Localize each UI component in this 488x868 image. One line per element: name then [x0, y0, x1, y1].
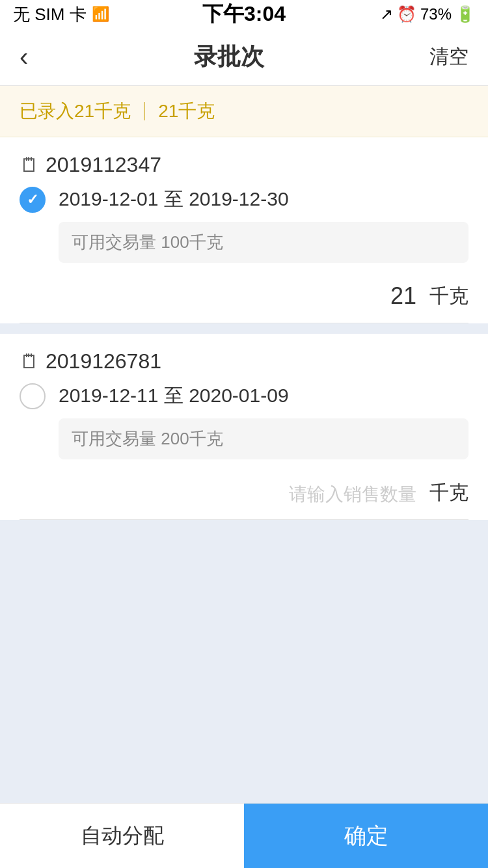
auto-distribute-button[interactable]: 自动分配: [0, 804, 244, 868]
status-left: 无 SIM 卡 📶: [13, 3, 109, 26]
alarm-icon: ⏰: [397, 5, 416, 23]
status-bar: 无 SIM 卡 📶 下午3:04 ↗ ⏰ 73% 🔋: [0, 0, 488, 29]
batch-card-1: 🗒 2019112347 2019-12-01 至 2019-12-30 可用交…: [0, 137, 488, 323]
section-divider: [0, 323, 488, 334]
radio-button-2[interactable]: [20, 383, 46, 409]
qty-unit-2: 千克: [429, 480, 468, 506]
summary-divider: [144, 102, 145, 120]
confirm-button[interactable]: 确定: [244, 804, 488, 868]
wifi-icon: 📶: [92, 6, 109, 23]
location-icon: ↗: [380, 5, 393, 23]
batch-input-row-1: 千克: [0, 276, 488, 323]
entered-label: 已录入21千克: [20, 99, 131, 124]
radio-button-1[interactable]: [20, 187, 46, 213]
batch-icon-1: 🗒: [20, 154, 39, 176]
available-qty-1: 可用交易量 100千克: [59, 222, 468, 263]
status-right: ↗ ⏰ 73% 🔋: [380, 5, 475, 23]
qty-unit-1: 千克: [429, 283, 468, 310]
bottom-bar: 自动分配 确定: [0, 803, 488, 868]
batch-number-2: 2019126781: [46, 349, 161, 373]
qty-input-2[interactable]: [286, 479, 416, 506]
batch-number-1: 2019112347: [46, 153, 161, 177]
batch-number-row-2: 🗒 2019126781: [20, 349, 468, 373]
carrier-label: 无 SIM 卡: [13, 3, 87, 26]
back-button[interactable]: ‹: [20, 42, 28, 72]
batch-icon-2: 🗒: [20, 351, 39, 373]
qty-input-1[interactable]: [286, 282, 416, 310]
battery-icon: 🔋: [455, 5, 475, 23]
available-qty-2: 可用交易量 200千克: [59, 418, 468, 459]
batch-date-row-1[interactable]: 2019-12-01 至 2019-12-30: [20, 186, 468, 213]
summary-banner: 已录入21千克 21千克: [0, 86, 488, 137]
batch-date-2: 2019-12-11 至 2020-01-09: [59, 383, 289, 409]
batch-date-1: 2019-12-01 至 2019-12-30: [59, 186, 289, 213]
summary-value: 21千克: [158, 99, 215, 124]
page-title: 录批次: [194, 41, 264, 73]
batch-card-2: 🗒 2019126781 2019-12-11 至 2020-01-09 可用交…: [0, 334, 488, 520]
battery-label: 73%: [420, 5, 452, 23]
clear-button[interactable]: 清空: [429, 44, 468, 70]
batch-date-row-2[interactable]: 2019-12-11 至 2020-01-09: [20, 383, 468, 409]
batch-number-row-1: 🗒 2019112347: [20, 153, 468, 177]
status-time: 下午3:04: [202, 0, 286, 29]
nav-bar: ‹ 录批次 清空: [0, 29, 488, 86]
batch-input-row-2: 千克: [0, 472, 488, 519]
